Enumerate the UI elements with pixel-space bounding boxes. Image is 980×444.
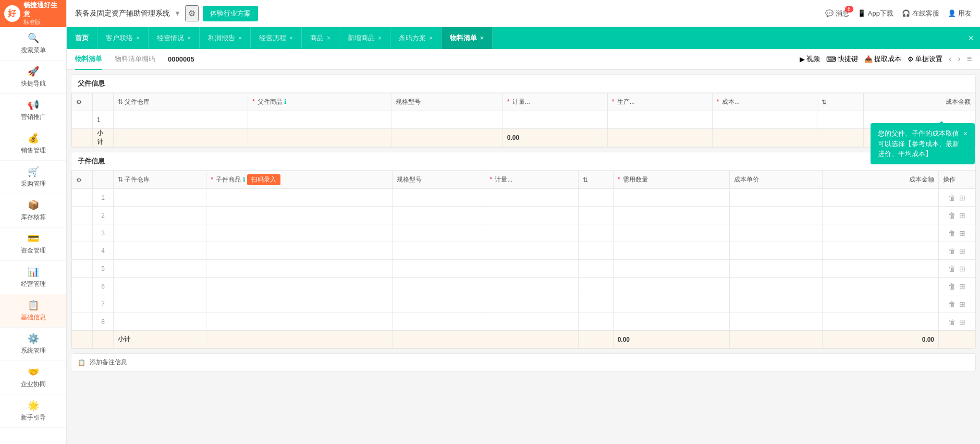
child-goods-cell[interactable]: [206, 207, 393, 224]
child-goods-cell[interactable]: [206, 189, 393, 207]
child-warehouse-cell[interactable]: [114, 313, 206, 331]
child-cost-price-cell[interactable]: [729, 260, 822, 278]
child-need-qty-cell[interactable]: [613, 189, 729, 207]
child-need-qty-cell[interactable]: [613, 313, 729, 331]
child-goods-cell[interactable]: [206, 278, 393, 295]
tab-close-bom[interactable]: ×: [480, 34, 484, 42]
parent-cost-cell[interactable]: [712, 111, 817, 129]
child-need-qty-cell[interactable]: [613, 224, 729, 242]
child-goods-cell[interactable]: [206, 242, 393, 260]
view-btn[interactable]: ▶ 视频: [800, 54, 820, 64]
child-goods-cell[interactable]: [206, 295, 393, 313]
sidebar-item-basic[interactable]: 📋 基础信息: [0, 294, 66, 328]
copy-icon[interactable]: ⊞: [959, 194, 965, 202]
child-quantity-cell[interactable]: [485, 189, 578, 207]
sidebar-item-coop[interactable]: 🤝 企业协同: [0, 361, 66, 394]
sidebar-item-purchase[interactable]: 🛒 采购管理: [0, 161, 66, 194]
delete-icon[interactable]: 🗑: [948, 247, 956, 255]
tab-close-goods[interactable]: ×: [327, 34, 330, 42]
copy-icon[interactable]: ⊞: [959, 300, 965, 308]
sidebar-item-inventory[interactable]: 📦 库存核算: [0, 194, 66, 227]
tab-close-history[interactable]: ×: [289, 34, 293, 42]
copy-icon[interactable]: ⊞: [959, 247, 965, 255]
copy-icon[interactable]: ⊞: [959, 282, 965, 291]
child-quantity-cell[interactable]: [485, 295, 578, 313]
child-warehouse-cell[interactable]: [114, 278, 206, 295]
child-quantity-cell[interactable]: [485, 260, 578, 278]
sub-tab-bom-list[interactable]: 物料清单: [75, 49, 102, 70]
child-need-qty-cell[interactable]: [613, 295, 729, 313]
child-col-settings-icon[interactable]: ⚙: [76, 176, 82, 184]
child-goods-cell[interactable]: [206, 260, 393, 278]
child-need-qty-cell[interactable]: [613, 207, 729, 224]
scan-button[interactable]: 扫码录入: [247, 174, 280, 185]
sidebar-item-search[interactable]: 🔍 搜索菜单: [0, 27, 66, 61]
sidebar-item-marketing[interactable]: 📢 营销推广: [0, 94, 66, 127]
sidebar-item-operation[interactable]: 📊 经营管理: [0, 261, 66, 294]
tab-history[interactable]: 经营历程 ×: [251, 27, 302, 49]
sidebar-item-system[interactable]: ⚙️ 系统管理: [0, 328, 66, 361]
shortcut-btn[interactable]: ⌨ 快捷键: [826, 54, 858, 64]
app-download-button[interactable]: 📱 App下载: [858, 9, 893, 18]
child-spec-cell[interactable]: [393, 295, 485, 313]
child-warehouse-cell[interactable]: [114, 207, 206, 224]
child-warehouse-cell[interactable]: [114, 224, 206, 242]
sidebar-item-quick-nav[interactable]: 🚀 快捷导航: [0, 61, 66, 94]
child-spec-cell[interactable]: [393, 224, 485, 242]
copy-icon[interactable]: ⊞: [959, 318, 965, 326]
tab-close-barcode[interactable]: ×: [429, 34, 433, 42]
copy-icon[interactable]: ⊞: [959, 211, 965, 220]
parent-quantity-cell[interactable]: [503, 111, 607, 129]
tab-new-goods[interactable]: 新增商品 ×: [339, 27, 390, 49]
copy-icon[interactable]: ⊞: [959, 229, 965, 237]
child-cost-price-cell[interactable]: [729, 207, 822, 224]
tooltip-close-btn[interactable]: ×: [963, 128, 967, 139]
child-spec-cell[interactable]: [393, 313, 485, 331]
parent-warehouse-cell[interactable]: [114, 111, 248, 129]
tab-customer[interactable]: 客户联络 ×: [97, 27, 149, 49]
tab-bom[interactable]: 物料清单 ×: [442, 27, 493, 49]
settings-button[interactable]: ⚙: [185, 5, 199, 21]
sidebar-item-finance[interactable]: 💳 资金管理: [0, 227, 66, 261]
parent-produce-cell[interactable]: [607, 111, 712, 129]
tab-barcode[interactable]: 条码方案 ×: [390, 27, 442, 49]
child-warehouse-cell[interactable]: [114, 242, 206, 260]
child-quantity-cell[interactable]: [485, 242, 578, 260]
user-avatar[interactable]: 👤 用友: [948, 9, 972, 18]
copy-icon[interactable]: ⊞: [959, 265, 965, 273]
delete-icon[interactable]: 🗑: [948, 318, 956, 326]
child-cost-price-cell[interactable]: [729, 189, 822, 207]
tab-close-operation[interactable]: ×: [187, 34, 191, 42]
trial-button[interactable]: 体验行业方案: [203, 6, 258, 21]
parent-goods-cell[interactable]: [248, 111, 391, 129]
child-spec-cell[interactable]: [393, 242, 485, 260]
tab-close-new-goods[interactable]: ×: [378, 34, 382, 42]
tab-close-profit[interactable]: ×: [238, 34, 242, 42]
child-need-qty-cell[interactable]: [613, 242, 729, 260]
delete-icon[interactable]: 🗑: [948, 211, 956, 220]
child-cost-price-cell[interactable]: [729, 313, 822, 331]
child-warehouse-cell[interactable]: [114, 189, 206, 207]
tab-profit[interactable]: 利润报告 ×: [200, 27, 251, 49]
delete-icon[interactable]: 🗑: [948, 282, 956, 291]
delete-icon[interactable]: 🗑: [948, 229, 956, 237]
sidebar-item-sales[interactable]: 💰 销售管理: [0, 127, 66, 161]
parent-spec-cell[interactable]: [391, 111, 503, 129]
child-cost-price-cell[interactable]: [729, 295, 822, 313]
child-goods-cell[interactable]: [206, 224, 393, 242]
delete-icon[interactable]: 🗑: [948, 194, 956, 202]
child-quantity-cell[interactable]: [485, 278, 578, 295]
child-warehouse-cell[interactable]: [114, 260, 206, 278]
child-warehouse-cell[interactable]: [114, 295, 206, 313]
close-all-tabs[interactable]: ×: [962, 33, 980, 44]
child-spec-cell[interactable]: [393, 260, 485, 278]
child-cost-price-cell[interactable]: [729, 224, 822, 242]
expand-btn[interactable]: ≡: [967, 54, 972, 64]
extract-cost-btn[interactable]: 📥 提取成本: [864, 54, 901, 64]
child-goods-cell[interactable]: [206, 313, 393, 331]
tab-close-customer[interactable]: ×: [136, 34, 140, 42]
child-spec-cell[interactable]: [393, 278, 485, 295]
single-settings-btn[interactable]: ⚙ 单据设置: [908, 54, 942, 64]
sidebar-item-guide[interactable]: 🌟 新手引导: [0, 394, 66, 428]
child-spec-cell[interactable]: [393, 207, 485, 224]
